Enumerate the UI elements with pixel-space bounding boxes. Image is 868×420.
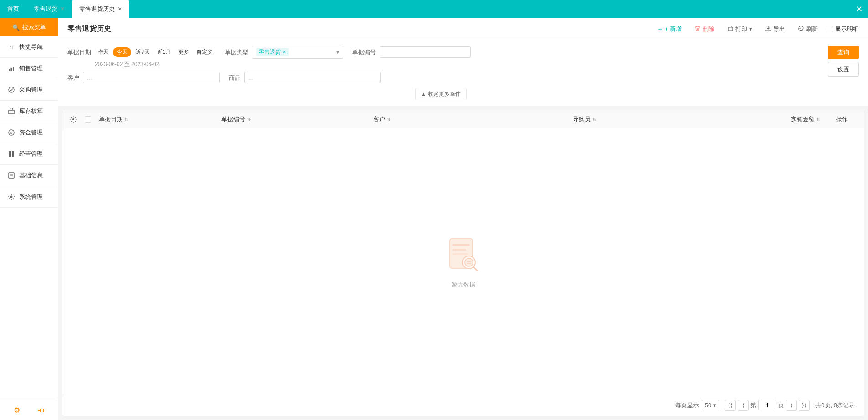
sidebar-item-quicknav-label: 快捷导航 [19,43,43,51]
svg-rect-9 [9,154,11,157]
tab-retail-return-label: 零售退货 [34,5,57,13]
delete-label: 删除 [703,25,714,33]
basics-icon [7,171,15,179]
page-next-button[interactable]: ⟩ [786,400,797,411]
tab-retail-return-close[interactable]: ✕ [60,6,65,12]
date-custom[interactable]: 自定义 [194,47,216,57]
sidebar-item-inventory[interactable]: 库存核算 [0,101,58,122]
collapse-row: ▲ 收起更多条件 [67,88,814,100]
th-customer[interactable]: 客户 ⇅ [370,115,569,123]
refresh-label: 刷新 [806,25,818,33]
topbar-close-button[interactable]: ✕ [850,0,868,18]
sidebar-item-system-label: 系统管理 [19,193,43,201]
svg-point-14 [10,196,13,198]
set-button[interactable]: 设置 [828,62,859,77]
show-detail-label: 显示明细 [835,25,859,33]
sidebar-item-sales[interactable]: 销售管理 [0,58,58,79]
delete-icon [694,25,701,33]
sidebar-item-basics[interactable]: 基础信息 [0,165,58,186]
empty-text: 暂无数据 [452,281,475,289]
page-number-input[interactable] [758,400,776,410]
page-size-select: 每页显示 50 ▾ [675,400,719,410]
delete-button[interactable]: 删除 [691,23,718,35]
date-yesterday[interactable]: 昨天 [95,47,111,57]
th-number-sort: ⇅ [247,117,251,122]
date-more[interactable]: 更多 [175,47,192,57]
page-prev-button[interactable]: ⟨ [738,400,749,411]
page-header: 零售退货历史 ＋ + 新增 删除 打印 ▾ [58,18,868,40]
new-button[interactable]: ＋ + 新增 [653,23,685,35]
tab-retail-return-history[interactable]: 零售退货历史 ✕ [72,0,129,18]
svg-rect-11 [9,173,14,178]
finance-icon: ¥ [7,128,15,137]
svg-point-23 [465,258,473,266]
sidebar-item-quicknav[interactable]: ⌂ 快捷导航 [0,36,58,58]
tab-retail-return-history-close[interactable]: ✕ [118,6,122,12]
sidebar-search[interactable]: 🔍 搜索菜单 [0,18,58,36]
filter-row-2: 客户 ... 商品 ... [67,72,814,83]
doc-type-label: 单据类型 [225,48,248,56]
svg-point-17 [72,118,74,120]
page-size-dropdown[interactable]: 50 ▾ [702,400,719,410]
page-first-button[interactable]: ⟨⟨ [725,400,736,411]
customer-select[interactable]: ... [83,72,220,83]
svg-rect-19 [452,244,470,246]
date-today[interactable]: 今天 [113,47,131,57]
th-number-label: 单据编号 [221,115,245,123]
doc-type-tag: 零售退货 ✕ [256,48,289,56]
sidebar-search-label: 搜索菜单 [22,23,46,31]
column-settings-button[interactable] [66,116,81,123]
sidebar-item-purchase[interactable]: 采购管理 [0,79,58,101]
th-guide[interactable]: 导购员 ⇅ [569,115,720,123]
sidebar-item-operations[interactable]: 经营管理 [0,143,58,165]
tab-home[interactable]: 首页 [0,0,26,18]
show-detail-checkbox[interactable]: 显示明细 [827,25,859,33]
sidebar-item-sales-label: 销售管理 [19,64,43,72]
th-date-sort: ⇅ [124,117,128,122]
purchase-icon [7,86,15,94]
show-detail-check-box[interactable] [827,26,833,32]
doc-number-label: 单据编号 [352,48,376,56]
date-7days[interactable]: 近7天 [133,47,153,57]
th-amount[interactable]: 实销金额 ⇅ [720,115,824,123]
sidebar-item-basics-label: 基础信息 [19,171,43,179]
sidebar-settings-button[interactable]: ⚙ [10,403,24,418]
page-number-label: 第 [750,401,756,410]
th-action-label: 操作 [836,115,848,123]
th-customer-label: 客户 [373,115,385,123]
doc-type-tag-close[interactable]: ✕ [282,50,286,55]
date-shortcuts: 昨天 今天 近7天 近1月 更多 自定义 [95,47,216,57]
svg-rect-0 [9,69,10,71]
filter-doc-type: 单据类型 零售退货 ✕ ▾ [225,46,343,59]
svg-rect-10 [12,154,14,157]
th-number[interactable]: 单据编号 ⇅ [218,115,369,123]
sidebar-audio-button[interactable] [34,403,48,418]
tab-retail-return[interactable]: 零售退货 ✕ [26,0,72,18]
collapse-button[interactable]: ▲ 收起更多条件 [415,88,467,100]
select-all-checkbox[interactable] [81,116,95,123]
goods-select[interactable]: ... [244,72,381,83]
goods-placeholder: ... [248,74,253,81]
refresh-icon [798,25,804,33]
th-customer-sort: ⇅ [387,117,390,122]
customer-label: 客户 [67,74,79,82]
operations-icon [7,150,15,158]
filter-customer: 客户 ... [67,72,220,83]
svg-rect-7 [9,151,11,154]
refresh-button[interactable]: 刷新 [794,23,822,35]
th-date[interactable]: 单据日期 ⇅ [95,115,218,123]
doc-type-select[interactable]: 零售退货 ✕ ▾ [252,46,343,59]
sidebar-menu: ⌂ 快捷导航 销售管理 采购管理 库存核算 [0,36,58,400]
date-1month[interactable]: 近1月 [154,47,174,57]
sidebar-item-inventory-label: 库存核算 [19,107,43,115]
sidebar-item-system[interactable]: 系统管理 [0,186,58,208]
sidebar-footer: ⚙ [0,400,58,420]
print-button[interactable]: 打印 ▾ [724,23,756,35]
export-button[interactable]: 导出 [761,23,789,35]
page-last-button[interactable]: ⟩⟩ [799,400,810,411]
doc-number-input[interactable] [380,46,471,58]
th-amount-sort: ⇅ [817,117,820,122]
sidebar-item-finance[interactable]: ¥ 资金管理 [0,122,58,143]
query-button[interactable]: 查询 [828,46,859,59]
sidebar-item-purchase-label: 采购管理 [19,86,43,94]
